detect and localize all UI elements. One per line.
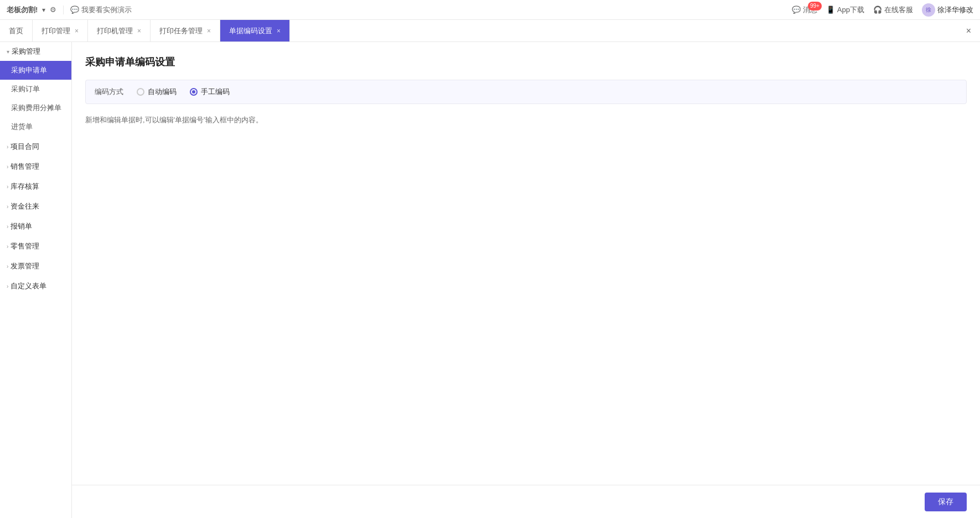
chevron-right-icon-4: › bbox=[7, 204, 8, 210]
bottom-bar: 保存 bbox=[72, 485, 980, 518]
tab-print-task-management-label: 打印任务管理 bbox=[159, 26, 203, 36]
tab-print-management-label: 打印管理 bbox=[42, 26, 70, 36]
sidebar-group-invoice: › 发票管理 bbox=[0, 257, 71, 276]
sidebar-group-sales: › 销售管理 bbox=[0, 157, 71, 176]
user-name: 徐泽华修改 bbox=[937, 5, 973, 15]
demo-text: 我要看实例演示 bbox=[81, 5, 132, 15]
auto-code-label: 自动编码 bbox=[148, 87, 177, 97]
manual-code-option[interactable]: 手工编码 bbox=[190, 87, 230, 97]
sidebar-group-procurement-label: 采购管理 bbox=[12, 46, 40, 56]
sidebar-group-invoice-label: 发票管理 bbox=[11, 261, 39, 271]
sidebar-item-purchase-order[interactable]: 采购订单 bbox=[0, 80, 71, 99]
sidebar-group-sales-title[interactable]: › 销售管理 bbox=[0, 157, 71, 176]
chevron-right-icon: › bbox=[7, 144, 8, 150]
sidebar-group-return-title[interactable]: › 报销单 bbox=[0, 217, 71, 236]
sidebar-group-custom-form-label: 自定义表单 bbox=[11, 281, 46, 291]
sidebar-item-goods-receipt[interactable]: 进货单 bbox=[0, 117, 71, 136]
sidebar-group-inventory-label: 库存核算 bbox=[11, 182, 39, 191]
top-bar-left: 老板勿割! ▾ ⚙ 💬 我要看实例演示 bbox=[7, 5, 132, 15]
tab-single-code-settings[interactable]: 单据编码设置 × bbox=[220, 20, 290, 42]
app-download-button[interactable]: 📱 App下载 bbox=[826, 5, 864, 15]
sidebar-group-inventory-title[interactable]: › 库存核算 bbox=[0, 177, 71, 196]
coding-row: 编码方式 自动编码 手工编码 bbox=[85, 80, 967, 104]
tab-bar: 首页 打印管理 × 打印机管理 × 打印任务管理 × 单据编码设置 × × bbox=[0, 20, 980, 42]
tab-printer-management[interactable]: 打印机管理 × bbox=[88, 20, 151, 42]
sidebar-group-project-contract-title[interactable]: › 项目合同 bbox=[0, 137, 71, 156]
sidebar-group-custom-form: › 自定义表单 bbox=[0, 277, 71, 296]
coding-label: 编码方式 bbox=[95, 87, 123, 97]
chevron-right-icon-6: › bbox=[7, 244, 8, 250]
sidebar-group-inventory: › 库存核算 bbox=[0, 177, 71, 196]
sidebar-item-goods-receipt-label: 进货单 bbox=[11, 122, 33, 131]
sidebar-group-procurement: ▾ 采购管理 采购申请单 采购订单 采购费用分摊单 进货单 bbox=[0, 42, 71, 136]
tab-print-task-management[interactable]: 打印任务管理 × bbox=[151, 20, 220, 42]
manual-code-radio[interactable] bbox=[190, 88, 198, 96]
chevron-right-icon-7: › bbox=[7, 263, 8, 270]
gear-icon[interactable]: ⚙ bbox=[50, 6, 56, 14]
logo[interactable]: 老板勿割! bbox=[7, 5, 38, 15]
page-close-button[interactable]: × bbox=[957, 26, 980, 36]
app-download-icon: 📱 bbox=[826, 6, 835, 14]
manual-code-label: 手工编码 bbox=[201, 87, 230, 97]
tab-print-management-close[interactable]: × bbox=[75, 28, 79, 34]
tab-single-code-settings-label: 单据编码设置 bbox=[229, 26, 272, 36]
sidebar-group-sales-label: 销售管理 bbox=[11, 162, 39, 172]
sidebar-group-project-contract: › 项目合同 bbox=[0, 137, 71, 156]
sidebar-group-procurement-title[interactable]: ▾ 采购管理 bbox=[0, 42, 71, 61]
description-text: 新增和编辑单据时,可以编辑'单据编号'输入框中的内容。 bbox=[85, 115, 967, 125]
sidebar-item-purchase-expense[interactable]: 采购费用分摊单 bbox=[0, 99, 71, 117]
tab-home[interactable]: 首页 bbox=[0, 20, 33, 42]
tab-single-code-settings-close[interactable]: × bbox=[277, 28, 281, 34]
page-title: 采购申请单编码设置 bbox=[85, 55, 967, 69]
chevron-right-icon-5: › bbox=[7, 224, 8, 230]
sidebar-group-fund-title[interactable]: › 资金往来 bbox=[0, 197, 71, 216]
tab-print-task-management-close[interactable]: × bbox=[207, 28, 211, 34]
sidebar-group-return-label: 报销单 bbox=[11, 221, 32, 231]
message-icon: 💬 bbox=[792, 6, 801, 14]
chevron-right-icon-8: › bbox=[7, 283, 8, 289]
auto-code-radio[interactable] bbox=[137, 88, 144, 96]
sidebar-group-fund-label: 资金往来 bbox=[11, 201, 39, 211]
sidebar-group-retail-label: 零售管理 bbox=[11, 241, 39, 251]
sidebar-group-project-contract-label: 项目合同 bbox=[11, 142, 39, 152]
tab-print-management[interactable]: 打印管理 × bbox=[33, 20, 88, 42]
top-bar-right: 💬 消息 99+ 📱 App下载 🎧 在线客服 徐 徐泽华修改 bbox=[792, 3, 973, 17]
sidebar: ▾ 采购管理 采购申请单 采购订单 采购费用分摊单 进货单 › 项目合同 bbox=[0, 42, 72, 518]
content-inner: 采购申请单编码设置 编码方式 自动编码 手工编码 新增和编辑单据时,可以编辑'单… bbox=[72, 42, 980, 485]
top-bar: 老板勿割! ▾ ⚙ 💬 我要看实例演示 💬 消息 99+ 📱 App下载 🎧 在… bbox=[0, 0, 980, 20]
chevron-down-icon: ▾ bbox=[7, 49, 9, 55]
sidebar-item-purchase-order-label: 采购订单 bbox=[11, 85, 40, 93]
chevron-right-icon-3: › bbox=[7, 184, 8, 190]
sidebar-group-retail-title[interactable]: › 零售管理 bbox=[0, 237, 71, 256]
auto-code-option[interactable]: 自动编码 bbox=[137, 87, 177, 97]
sidebar-group-custom-form-title[interactable]: › 自定义表单 bbox=[0, 277, 71, 296]
sidebar-item-purchase-request-label: 采购申请单 bbox=[11, 66, 47, 74]
sidebar-group-invoice-title[interactable]: › 发票管理 bbox=[0, 257, 71, 276]
message-badge: 99+ bbox=[808, 2, 822, 11]
sidebar-group-retail: › 零售管理 bbox=[0, 237, 71, 256]
online-service-button[interactable]: 🎧 在线客服 bbox=[873, 5, 913, 15]
content-area: 采购申请单编码设置 编码方式 自动编码 手工编码 新增和编辑单据时,可以编辑'单… bbox=[72, 42, 980, 518]
chevron-right-icon-2: › bbox=[7, 164, 8, 170]
main-layout: ▾ 采购管理 采购申请单 采购订单 采购费用分摊单 进货单 › 项目合同 bbox=[0, 42, 980, 518]
dropdown-icon[interactable]: ▾ bbox=[42, 6, 45, 14]
sidebar-item-purchase-expense-label: 采购费用分摊单 bbox=[11, 103, 61, 112]
tab-home-label: 首页 bbox=[9, 26, 23, 36]
avatar: 徐 bbox=[922, 3, 935, 17]
sidebar-item-purchase-request[interactable]: 采购申请单 bbox=[0, 61, 71, 80]
demo-link[interactable]: 💬 我要看实例演示 bbox=[70, 5, 132, 15]
user-profile[interactable]: 徐 徐泽华修改 bbox=[922, 3, 973, 17]
sidebar-group-return: › 报销单 bbox=[0, 217, 71, 236]
message-button[interactable]: 💬 消息 99+ bbox=[792, 5, 817, 15]
app-download-label: App下载 bbox=[837, 5, 864, 15]
demo-icon: 💬 bbox=[70, 6, 79, 14]
tab-printer-management-label: 打印机管理 bbox=[97, 26, 133, 36]
tab-printer-management-close[interactable]: × bbox=[137, 28, 141, 34]
sidebar-group-fund: › 资金往来 bbox=[0, 197, 71, 216]
divider bbox=[63, 6, 64, 14]
save-button[interactable]: 保存 bbox=[925, 493, 967, 511]
online-service-icon: 🎧 bbox=[873, 6, 882, 14]
online-service-label: 在线客服 bbox=[884, 5, 913, 15]
